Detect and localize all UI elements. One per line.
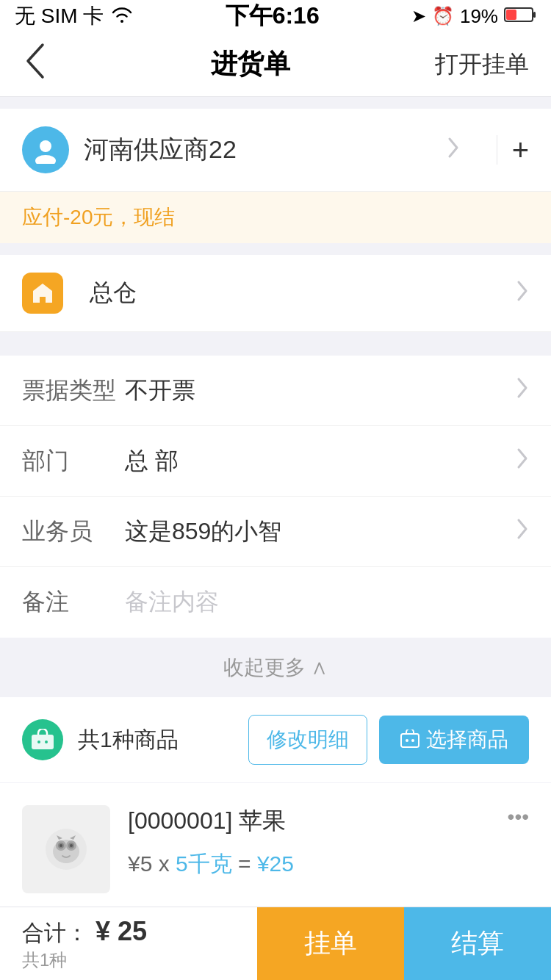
battery-icon xyxy=(504,5,536,28)
product-price: ¥5 x 5千克 = ¥25 xyxy=(128,849,508,879)
checkout-button[interactable]: 结算 xyxy=(404,907,551,981)
hang-button[interactable]: 挂单 xyxy=(257,907,404,981)
total-label: 合计： xyxy=(22,920,88,945)
department-row[interactable]: 部门 总 部 xyxy=(0,426,551,497)
nav-bar: 进货单 打开挂单 xyxy=(0,32,551,97)
products-count: 共1种商品 xyxy=(78,725,248,755)
equals-sign: = xyxy=(238,851,257,876)
salesperson-chevron-icon xyxy=(516,517,529,546)
select-product-label: 选择商品 xyxy=(426,726,508,754)
salesperson-row[interactable]: 业务员 这是859的小智 xyxy=(0,497,551,567)
summary-total: 合计： ¥ 25 xyxy=(22,916,235,948)
total-value: ¥25 xyxy=(257,851,294,876)
location-icon: ➤ xyxy=(411,6,426,26)
products-header: 共1种商品 修改明细 选择商品 xyxy=(0,697,551,782)
status-right: ➤ ⏰ 19% xyxy=(411,5,536,28)
warehouse-icon-bg xyxy=(22,273,63,314)
svg-rect-8 xyxy=(401,734,419,747)
product-item: [0000001] 苹果 ¥5 x 5千克 = ¥25 ••• xyxy=(0,783,551,915)
svg-point-4 xyxy=(35,155,56,164)
alert-row: 应付-20元，现结 xyxy=(0,192,551,243)
product-title: 苹果 xyxy=(239,807,286,834)
top-divider xyxy=(0,97,551,109)
product-thumbnail xyxy=(22,805,110,893)
invoice-type-value: 不开票 xyxy=(125,375,508,407)
remark-placeholder: 备注内容 xyxy=(125,586,529,619)
price-value: ¥5 x xyxy=(128,851,176,876)
department-value: 总 部 xyxy=(125,445,508,478)
svg-point-7 xyxy=(45,741,48,743)
supplier-name: 河南供应商22 xyxy=(84,133,447,167)
back-button[interactable] xyxy=(22,42,66,87)
select-product-button[interactable]: 选择商品 xyxy=(379,716,529,764)
product-info: [0000001] 苹果 ¥5 x 5千克 = ¥25 xyxy=(128,805,508,879)
supplier-section: 河南供应商22 + 应付-20元，现结 xyxy=(0,109,551,243)
alarm-icon: ⏰ xyxy=(432,6,454,26)
modify-detail-button[interactable]: 修改明细 xyxy=(248,715,367,765)
open-hang-button[interactable]: 打开挂单 xyxy=(435,48,529,81)
product-more-button[interactable]: ••• xyxy=(508,805,529,829)
product-name: [0000001] 苹果 xyxy=(128,805,508,837)
svg-rect-5 xyxy=(32,735,54,749)
avatar xyxy=(22,126,69,173)
carrier-label: 无 SIM 卡 xyxy=(15,2,104,30)
bottom-bar: 合计： ¥ 25 共1种 挂单 结算 xyxy=(0,907,551,980)
svg-point-6 xyxy=(37,741,40,743)
supplier-row[interactable]: 河南供应商22 + xyxy=(0,109,551,192)
collapse-label: 收起更多 ∧ xyxy=(223,654,328,682)
add-button[interactable]: + xyxy=(512,134,529,167)
summary-section: 合计： ¥ 25 共1种 xyxy=(0,916,257,972)
warehouse-row[interactable]: 总仓 xyxy=(0,255,551,332)
products-icon xyxy=(22,719,63,760)
collapse-row[interactable]: 收起更多 ∧ xyxy=(0,638,551,697)
page-title: 进货单 xyxy=(211,46,290,82)
svg-point-18 xyxy=(70,844,73,847)
divider-2 xyxy=(0,243,551,255)
total-amount: ¥ 25 xyxy=(96,916,147,946)
status-bar: 无 SIM 卡 下午6:16 ➤ ⏰ 19% xyxy=(0,0,551,32)
divider-3 xyxy=(0,332,551,344)
svg-point-9 xyxy=(406,739,408,742)
remark-label: 备注 xyxy=(22,586,125,619)
battery-percent: 19% xyxy=(460,5,498,28)
quantity-value: 5千克 xyxy=(176,851,232,876)
svg-point-17 xyxy=(60,844,62,847)
wifi-icon xyxy=(111,4,133,28)
summary-count: 共1种 xyxy=(22,948,235,972)
status-left: 无 SIM 卡 xyxy=(15,2,133,30)
status-time: 下午6:16 xyxy=(226,0,320,32)
salesperson-label: 业务员 xyxy=(22,516,125,548)
department-label: 部门 xyxy=(22,445,125,478)
svg-rect-1 xyxy=(506,10,516,20)
divider xyxy=(497,135,497,165)
supplier-chevron-icon xyxy=(447,136,460,165)
remark-row[interactable]: 备注 备注内容 xyxy=(0,567,551,638)
invoice-type-row[interactable]: 票据类型 不开票 xyxy=(0,356,551,426)
salesperson-value: 这是859的小智 xyxy=(125,516,508,548)
svg-rect-2 xyxy=(533,12,536,18)
department-chevron-icon xyxy=(516,447,529,475)
warehouse-chevron-icon xyxy=(516,279,529,308)
product-code: [0000001] xyxy=(128,807,239,834)
form-section: 票据类型 不开票 部门 总 部 业务员 这是859的小智 备注 备注内容 xyxy=(0,356,551,638)
warehouse-name: 总仓 xyxy=(90,277,508,309)
svg-point-3 xyxy=(40,140,51,152)
invoice-type-label: 票据类型 xyxy=(22,375,125,407)
svg-point-10 xyxy=(411,739,414,742)
invoice-chevron-icon xyxy=(516,376,529,405)
